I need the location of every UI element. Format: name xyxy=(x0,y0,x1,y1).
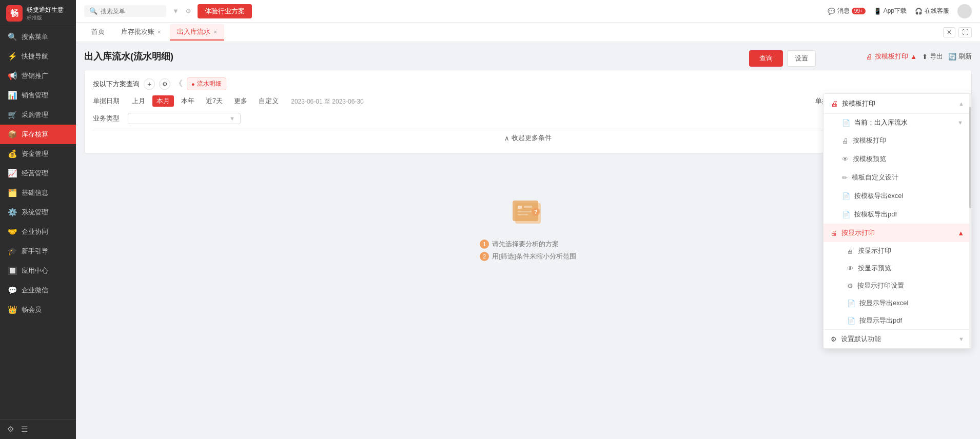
filter-setting-button[interactable]: ⚙ xyxy=(159,78,170,90)
date-current-month[interactable]: 本月 xyxy=(152,95,174,107)
display-settings-icon: ⚙ xyxy=(847,282,853,290)
dropdown-item-template-preview[interactable]: 👁 按模板预览 xyxy=(824,150,971,168)
print-dropdown-arrow[interactable]: ▲ xyxy=(910,53,917,61)
date-label: 单据日期 xyxy=(93,96,120,106)
display-print-icon: 🖨 xyxy=(847,247,854,255)
trial-industry-button[interactable]: 体验行业方案 xyxy=(198,4,252,18)
main-area: 🔍 ▼ ⚙ 体验行业方案 💬 消息 99+ 📱 App下载 🎧 在线客服 xyxy=(76,0,980,439)
tab-home[interactable]: 首页 xyxy=(84,24,112,41)
sales-icon: 📊 xyxy=(7,91,17,100)
app-icon: 🔲 xyxy=(7,266,17,275)
dropdown-header: 🖨 按模板打印 ▲ xyxy=(824,94,971,114)
dropdown-scrollbar[interactable] xyxy=(969,94,971,348)
settings-bottom-icon[interactable]: ⚙ xyxy=(7,425,14,434)
menu-toggle-icon[interactable]: ☰ xyxy=(21,425,28,434)
sidebar-item-system[interactable]: ⚙️ 系统管理 xyxy=(0,203,76,222)
tab-flow-close[interactable]: × xyxy=(213,29,217,35)
column-settings-button[interactable]: 设置 xyxy=(787,50,816,67)
sidebar-item-app[interactable]: 🔲 应用中心 xyxy=(0,261,76,281)
dropdown-item-display-print[interactable]: 🖨 按显示打印 xyxy=(824,242,971,260)
sidebar-item-quick-nav[interactable]: ⚡ 快捷导航 xyxy=(0,47,76,66)
app-download-button[interactable]: 📱 App下载 xyxy=(874,7,907,15)
sidebar-item-inventory[interactable]: 📦 库存核算 xyxy=(0,125,76,144)
dropdown-scrollbar-thumb xyxy=(969,107,971,208)
dropdown-current-label: 📄 当前：出入库流水 ▼ xyxy=(824,114,971,131)
online-service-button[interactable]: 🎧 在线客服 xyxy=(915,7,949,15)
current-icon: 📄 xyxy=(842,119,850,127)
filter-tag-flow[interactable]: ● 流水明细 xyxy=(187,77,226,90)
date-custom[interactable]: 自定义 xyxy=(254,95,283,107)
dropdown-section-display[interactable]: 🖨 按显示打印 ▲ xyxy=(824,224,971,242)
sidebar-item-collab[interactable]: 🤝 企业协同 xyxy=(0,222,76,242)
print-dropdown-panel: 🖨 按模板打印 ▲ 📄 当前：出入库流水 ▼ 🖨 按模板打印 👁 按模板预览 ✏ xyxy=(823,93,972,349)
template-print-button[interactable]: 🖨 按模板打印 ▲ xyxy=(866,52,917,61)
refresh-icon: 🔄 xyxy=(948,53,956,61)
template-print-icon: 🖨 xyxy=(842,137,849,145)
refresh-button[interactable]: 🔄 刷新 xyxy=(948,52,972,61)
filter-add-button[interactable]: + xyxy=(144,78,155,90)
tab-batch-account-close[interactable]: × xyxy=(158,29,161,35)
dropdown-item-template-export-excel[interactable]: 📄 按模板导出excel xyxy=(824,187,971,205)
dropdown-item-template-export-pdf[interactable]: 📄 按模板导出pdf xyxy=(824,205,971,224)
export-button[interactable]: ⬆ 导出 xyxy=(922,52,943,61)
sidebar-item-member[interactable]: 👑 畅会员 xyxy=(0,300,76,320)
logo-icon: 畅 xyxy=(6,5,23,22)
page-header: 出入库流水(流水明细) 🖨 按模板打印 ▲ ⬆ 导出 🔄 刷新 xyxy=(84,50,972,63)
dropdown-item-template-custom[interactable]: ✏ 模板自定义设计 xyxy=(824,168,971,187)
sidebar-item-search[interactable]: 🔍 搜索菜单 xyxy=(0,27,76,47)
date-last-7-days[interactable]: 近7天 xyxy=(202,95,227,107)
section-display-left: 🖨 按显示打印 xyxy=(831,228,875,237)
dropdown-collapse-icon[interactable]: ▲ xyxy=(958,101,964,107)
page-title: 出入库流水(流水明细) xyxy=(84,50,173,63)
dropdown-item-display-export-excel[interactable]: 📄 按显示导出excel xyxy=(824,294,971,312)
tab-close-all-button[interactable]: ✕ xyxy=(943,27,955,37)
query-action-buttons: 查询 设置 xyxy=(749,50,816,67)
sidebar-item-wechat[interactable]: 💬 企业微信 xyxy=(0,281,76,300)
search-input[interactable] xyxy=(101,8,152,15)
message-icon: 💬 xyxy=(828,8,835,15)
display-section-collapse-icon[interactable]: ▲ xyxy=(957,229,964,237)
dropdown-item-display-export-pdf[interactable]: 📄 按显示导出pdf xyxy=(824,312,971,329)
sidebar-item-sales[interactable]: 📊 销售管理 xyxy=(0,86,76,105)
date-last-month[interactable]: 上月 xyxy=(128,95,149,107)
dropdown-item-display-settings[interactable]: ⚙ 按显示打印设置 xyxy=(824,277,971,294)
template-preview-icon: 👁 xyxy=(842,155,849,163)
sidebar-item-operation[interactable]: 📈 经营管理 xyxy=(0,164,76,183)
dropdown-print-icon: 🖨 xyxy=(831,99,838,108)
sidebar-item-finance[interactable]: 💰 资金管理 xyxy=(0,144,76,164)
sidebar-item-guide[interactable]: 🎓 新手引导 xyxy=(0,242,76,261)
header-settings-icon[interactable]: ⚙ xyxy=(185,7,191,15)
filter-header: 按以下方案查询 + ⚙ 《 ● 流水明细 xyxy=(93,77,963,90)
tabs-actions: ✕ ⛶ xyxy=(943,27,972,37)
tab-batch-account[interactable]: 库存批次账 × xyxy=(114,24,168,41)
display-preview-icon: 👁 xyxy=(847,265,854,272)
filter-collapse-button[interactable]: 《 xyxy=(174,78,183,89)
display-excel-icon: 📄 xyxy=(847,300,855,307)
date-shortcuts: 上月 本月 本年 近7天 更多 自定义 xyxy=(128,95,283,107)
message-button[interactable]: 💬 消息 99+ xyxy=(828,7,866,15)
tab-expand-button[interactable]: ⛶ xyxy=(958,27,972,37)
svg-rect-5 xyxy=(518,214,528,215)
collapse-icon: ∧ xyxy=(504,134,509,142)
date-more[interactable]: 更多 xyxy=(230,95,251,107)
search-dropdown-icon[interactable]: ▼ xyxy=(172,7,179,15)
query-button[interactable]: 查询 xyxy=(749,50,783,67)
sidebar-logo: 畅 畅捷通好生意 标准版 xyxy=(0,0,76,27)
sidebar: 畅 畅捷通好生意 标准版 🔍 搜索菜单 ⚡ 快捷导航 📢 营销推广 📊 销售管理… xyxy=(0,0,76,439)
tab-flow[interactable]: 出入库流水 × xyxy=(170,24,224,41)
biz-type-select[interactable]: ▼ xyxy=(128,113,241,124)
page-content: 出入库流水(流水明细) 🖨 按模板打印 ▲ ⬆ 导出 🔄 刷新 xyxy=(76,42,980,439)
date-current-year[interactable]: 本年 xyxy=(177,95,199,107)
display-section-icon: 🖨 xyxy=(831,229,837,237)
empty-tip-2: 2 用[筛选]条件来缩小分析范围 xyxy=(480,252,576,261)
user-avatar[interactable] xyxy=(957,4,972,18)
current-expand-icon[interactable]: ▼ xyxy=(957,119,963,126)
sidebar-item-purchase[interactable]: 🛒 采购管理 xyxy=(0,105,76,125)
sidebar-item-marketing[interactable]: 📢 营销推广 xyxy=(0,66,76,86)
dropdown-item-display-preview[interactable]: 👁 按显示预览 xyxy=(824,260,971,277)
header-search-box[interactable]: 🔍 xyxy=(84,5,166,17)
footer-settings-icon: ⚙ xyxy=(831,335,837,343)
sidebar-item-basic[interactable]: 🗂️ 基础信息 xyxy=(0,183,76,203)
dropdown-footer-settings[interactable]: ⚙ 设置默认功能 ▼ xyxy=(824,329,971,348)
dropdown-item-template-print[interactable]: 🖨 按模板打印 xyxy=(824,131,971,150)
